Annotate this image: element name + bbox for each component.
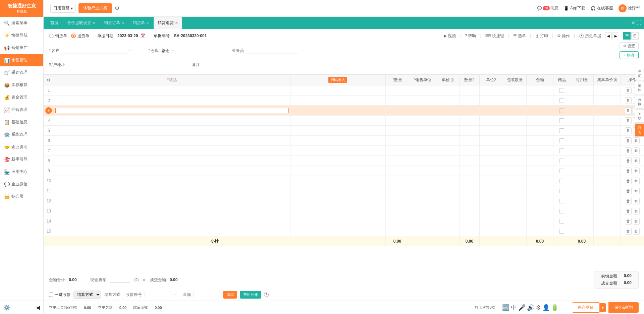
customer-dots[interactable]: ··· — [129, 48, 132, 53]
gift-checkbox-5[interactable] — [559, 128, 564, 133]
toolbar-history[interactable]: 🕐 历史单据 — [579, 33, 601, 39]
gift-checkbox-6[interactable] — [559, 138, 564, 143]
delete-row-btn-2[interactable]: 🗑 — [625, 97, 632, 104]
unit2-input-10[interactable] — [481, 179, 501, 183]
quick-btn-history[interactable]: 日志 — [635, 123, 644, 137]
price-input-5[interactable] — [437, 128, 458, 133]
cell-unit2-15[interactable] — [480, 226, 503, 236]
copy-row-btn-9[interactable]: ⧉ — [633, 168, 640, 174]
copy-row-btn-13[interactable]: ⧉ — [633, 208, 640, 214]
cell-unit-7[interactable] — [409, 146, 436, 156]
cell-unit-6[interactable] — [409, 136, 436, 146]
onepay-checkbox-input[interactable] — [49, 293, 53, 297]
cell-qty-2[interactable] — [386, 96, 409, 106]
gift-checkbox-13[interactable] — [559, 209, 564, 213]
sidebar-item-wechat[interactable]: 💬 企业微信 — [0, 178, 43, 190]
cell-product-3[interactable] — [54, 106, 290, 116]
price-input-2[interactable] — [437, 98, 458, 103]
cell-pack-11[interactable] — [503, 186, 527, 196]
delete-row-btn-13[interactable]: 🗑 — [625, 208, 632, 214]
copy-row-btn-6[interactable]: ⧉ — [633, 137, 640, 144]
online-service-area[interactable]: 🎧 在线客服 — [591, 5, 613, 11]
price-input-11[interactable] — [437, 189, 458, 193]
tab-sale-price-close[interactable]: ✕ — [93, 21, 95, 25]
cell-unit-15[interactable] — [409, 226, 436, 236]
cell-product-7[interactable] — [54, 146, 290, 156]
quick-btn-note[interactable]: 凭证 — [635, 67, 644, 80]
cell-price-14[interactable] — [436, 216, 460, 226]
toolbar-operate[interactable]: ⚙ 操作 — [557, 33, 570, 39]
save-new-btn[interactable]: 保存&新增 — [608, 302, 639, 313]
radio-sale[interactable]: 销货单 — [49, 33, 67, 39]
pack-input-15[interactable] — [504, 229, 525, 234]
cell-price-1[interactable] — [436, 85, 460, 96]
gift-checkbox-11[interactable] — [559, 189, 564, 193]
cell-product-9[interactable] — [54, 166, 290, 176]
qty2-input-5[interactable] — [461, 128, 478, 133]
quick-btn-link[interactable]: 关联 — [635, 109, 644, 123]
product-input-4[interactable] — [55, 118, 289, 123]
cell-qty-9[interactable] — [386, 166, 409, 176]
cell-unit-4[interactable] — [409, 116, 436, 126]
product-input-9[interactable] — [55, 169, 289, 173]
unit2-input-4[interactable] — [481, 118, 501, 123]
cell-gift-5[interactable] — [553, 126, 570, 136]
collapse-icon[interactable]: ◀ — [36, 304, 40, 311]
unit-input-1[interactable] — [411, 88, 434, 93]
gift-checkbox-15[interactable] — [559, 229, 564, 234]
tab-sale-delivery-close[interactable]: ✕ — [146, 21, 149, 25]
pack-input-6[interactable] — [504, 138, 525, 143]
cell-pack-15[interactable] — [503, 226, 527, 236]
qty-input-1[interactable] — [387, 88, 408, 93]
add-row-btn[interactable]: + — [45, 107, 52, 114]
unit2-input-6[interactable] — [481, 138, 501, 143]
pack-input-8[interactable] — [504, 159, 525, 163]
qty2-input-11[interactable] — [461, 189, 478, 193]
amount-input-11[interactable] — [528, 189, 552, 193]
gift-checkbox-1[interactable] — [559, 88, 564, 93]
cell-pack-3[interactable] — [503, 106, 527, 116]
toolbar-help[interactable]: ? 帮助 — [465, 33, 476, 39]
qty-input-11[interactable] — [387, 189, 408, 193]
cell-price-4[interactable] — [436, 116, 460, 126]
cell-unit2-9[interactable] — [480, 166, 503, 176]
gift-checkbox-3[interactable] — [559, 108, 564, 113]
prev-page-btn[interactable]: ◀ — [605, 33, 612, 39]
pack-input-12[interactable] — [504, 199, 525, 203]
cell-gift-13[interactable] — [553, 206, 570, 216]
unit2-input-15[interactable] — [481, 229, 501, 234]
industry-select[interactable]: 日用百货 ▾ — [50, 4, 76, 13]
cell-pack-9[interactable] — [503, 166, 527, 176]
cell-gift-14[interactable] — [553, 216, 570, 226]
cell-product-6[interactable] — [54, 136, 290, 146]
cell-qty-10[interactable] — [386, 176, 409, 186]
gift-checkbox-14[interactable] — [559, 219, 564, 224]
price-input-1[interactable] — [437, 88, 458, 93]
qty2-input-10[interactable] — [461, 179, 478, 183]
unit-input-4[interactable] — [411, 118, 434, 123]
cell-gift-15[interactable] — [553, 226, 570, 236]
customer-input[interactable] — [61, 48, 128, 54]
cell-amount-1[interactable] — [527, 85, 553, 96]
cell-price-15[interactable] — [436, 226, 460, 236]
unit2-input-9[interactable] — [481, 169, 501, 173]
cell-amount-4[interactable] — [527, 116, 553, 126]
sidebar-item-operations[interactable]: 📈 经营管理 — [0, 104, 43, 116]
unit2-input-7[interactable] — [481, 148, 501, 153]
gift-checkbox-4[interactable] — [559, 118, 564, 123]
price-input-14[interactable] — [437, 219, 458, 224]
cell-unit2-5[interactable] — [480, 126, 503, 136]
cell-unit2-4[interactable] — [480, 116, 503, 126]
settings-bottom-icon[interactable]: ⚙️ — [3, 304, 10, 311]
unit-input-11[interactable] — [411, 189, 434, 193]
sidebar-item-marketing[interactable]: 📢 营销推广 — [0, 42, 43, 54]
fenpai-help-icon[interactable]: ? — [264, 293, 269, 297]
cell-price-5[interactable] — [436, 126, 460, 136]
cell-pack-13[interactable] — [503, 206, 527, 216]
qty-input-12[interactable] — [387, 199, 408, 203]
unit-input-9[interactable] — [411, 169, 434, 173]
unit-input-8[interactable] — [411, 159, 434, 163]
cell-qty2-9[interactable] — [460, 166, 480, 176]
cell-product-11[interactable] — [54, 186, 290, 196]
cell-unit-12[interactable] — [409, 196, 436, 206]
